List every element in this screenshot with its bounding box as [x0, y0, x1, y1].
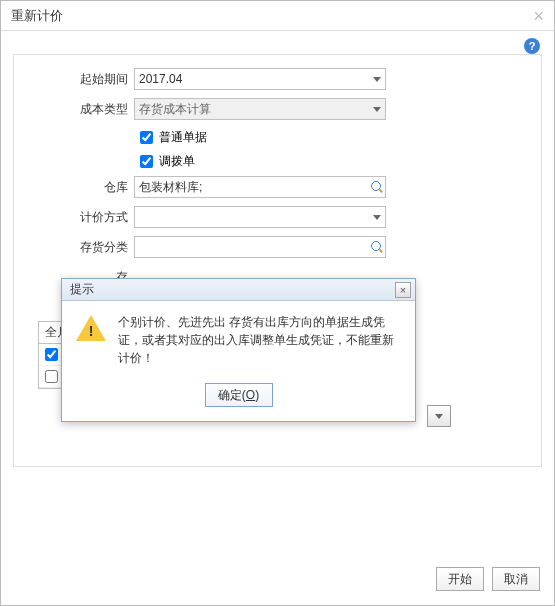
help-icon[interactable]: ?: [524, 38, 540, 54]
row-warehouse: 仓库: [14, 173, 541, 201]
warehouse-field[interactable]: [134, 176, 386, 198]
chevron-down-icon: [373, 215, 381, 220]
transfer-doc-checkbox[interactable]: [140, 155, 153, 168]
row-price-method: 计价方式: [14, 203, 541, 231]
reprice-dialog: 重新计价 × ? 起始期间 成本类型 普通单据: [0, 0, 555, 606]
inv-class-input[interactable]: [135, 237, 368, 257]
expand-button[interactable]: [427, 405, 451, 427]
dialog-close-button[interactable]: ×: [533, 1, 544, 31]
start-period-dropdown-button[interactable]: [368, 69, 385, 89]
ok-label: 确定: [218, 388, 242, 402]
dialog-footer: 开始 取消: [436, 567, 540, 591]
modal-footer: 确定(O): [62, 375, 415, 421]
price-method-field[interactable]: [134, 206, 386, 228]
inv-class-lookup-button[interactable]: [368, 237, 385, 257]
price-method-dropdown-button[interactable]: [368, 207, 385, 227]
dialog-titlebar: 重新计价 ×: [1, 1, 554, 31]
chevron-down-icon: [373, 107, 381, 112]
warning-icon: [76, 315, 108, 347]
cost-type-label: 成本类型: [14, 101, 134, 118]
price-method-input[interactable]: [135, 207, 368, 227]
search-icon: [371, 181, 383, 193]
normal-doc-checkbox[interactable]: [140, 131, 153, 144]
modal-close-button[interactable]: ×: [395, 282, 411, 298]
grid-row-checkbox[interactable]: [45, 348, 58, 361]
inv-class-label: 存货分类: [14, 239, 134, 256]
modal-title: 提示: [66, 281, 94, 298]
modal-titlebar: 提示 ×: [62, 279, 415, 301]
row-normal-doc: 普通单据: [140, 125, 541, 149]
row-inv-class: 存货分类: [14, 233, 541, 261]
start-period-label: 起始期间: [14, 71, 134, 88]
price-method-label: 计价方式: [14, 209, 134, 226]
start-button[interactable]: 开始: [436, 567, 484, 591]
chevron-down-icon: [435, 414, 443, 419]
dialog-title: 重新计价: [11, 1, 63, 31]
search-icon: [371, 241, 383, 253]
row-start-period: 起始期间: [14, 65, 541, 93]
warehouse-label: 仓库: [14, 179, 134, 196]
ok-key: O: [246, 388, 255, 402]
cost-type-dropdown-button[interactable]: [368, 99, 385, 119]
warehouse-lookup-button[interactable]: [368, 177, 385, 197]
row-transfer-doc: 调拨单: [140, 149, 541, 173]
start-period-input[interactable]: [135, 69, 368, 89]
dialog-body: ? 起始期间 成本类型 普通单据: [1, 32, 554, 605]
chevron-down-icon: [373, 77, 381, 82]
alert-modal: 提示 × 个别计价、先进先出 存货有出库方向的单据生成凭证，或者其对应的出入库调…: [61, 278, 416, 422]
inv-class-field[interactable]: [134, 236, 386, 258]
start-period-field[interactable]: [134, 68, 386, 90]
ok-button[interactable]: 确定(O): [205, 383, 273, 407]
row-cost-type: 成本类型: [14, 95, 541, 123]
cancel-button[interactable]: 取消: [492, 567, 540, 591]
modal-message: 个别计价、先进先出 存货有出库方向的单据生成凭证，或者其对应的出入库调整单生成凭…: [118, 313, 401, 367]
grid-row-checkbox[interactable]: [45, 370, 58, 383]
modal-body: 个别计价、先进先出 存货有出库方向的单据生成凭证，或者其对应的出入库调整单生成凭…: [62, 301, 415, 375]
normal-doc-label: 普通单据: [159, 129, 207, 146]
cost-type-field: [134, 98, 386, 120]
warehouse-input[interactable]: [135, 177, 368, 197]
transfer-doc-label: 调拨单: [159, 153, 195, 170]
cost-type-input: [135, 99, 368, 119]
